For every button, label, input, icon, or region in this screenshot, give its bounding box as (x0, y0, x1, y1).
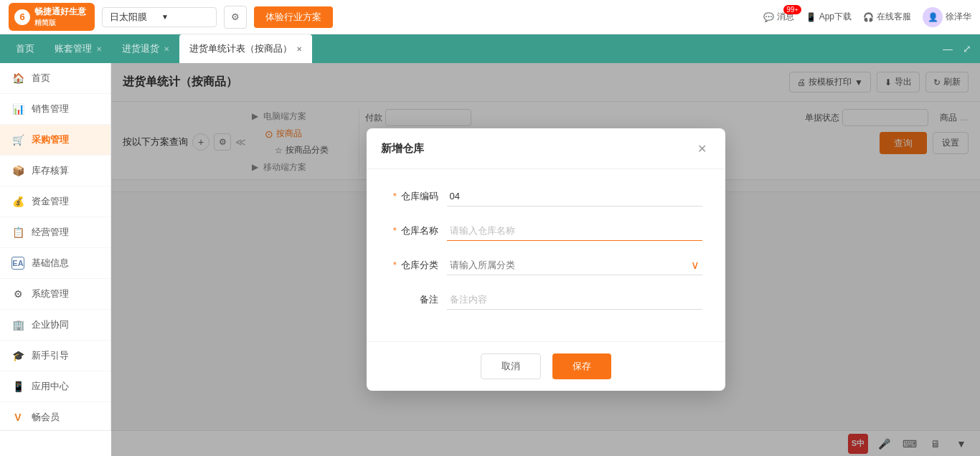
user-name: 徐泽华 (946, 11, 971, 23)
operations-icon: 📋 (11, 226, 24, 239)
chevron-down-icon: ▼ (161, 13, 209, 21)
logo: 6 畅捷通好生意 精简版 (9, 3, 95, 31)
home-icon: 🏠 (11, 72, 24, 85)
sidebar-item-guide[interactable]: 🎓 新手引导 (0, 341, 110, 371)
tab-minimize-icon[interactable]: — (940, 43, 956, 54)
main-layout: 🏠 首页 📊 销售管理 🛒 采购管理 📦 库存核算 💰 资金管理 📋 经营管理 … (0, 63, 980, 456)
system-icon: ⚙ (11, 288, 24, 300)
warehouse-code-row: * 仓库编码 (390, 186, 702, 206)
sidebar-label-purchase: 采购管理 (32, 133, 69, 146)
logo-text: 畅捷通好生意 精简版 (34, 6, 86, 28)
app-download-button[interactable]: 📱 App下载 (806, 11, 852, 23)
sidebar-label-finance: 资金管理 (32, 195, 69, 208)
sidebar-item-system[interactable]: ⚙ 系统管理 (0, 279, 110, 310)
tab-expand-icon[interactable]: ⤢ (960, 43, 974, 54)
save-button[interactable]: 保存 (552, 353, 611, 379)
headset-icon: 🎧 (863, 12, 874, 22)
sidebar-label-basic-info: 基础信息 (32, 257, 69, 270)
sidebar-label-apps: 应用中心 (32, 380, 69, 393)
tab-purchase-return[interactable]: 进货退货 ✕ (112, 34, 179, 63)
tab-purchase-return-close[interactable]: ✕ (164, 45, 169, 53)
tab-purchase-return-label: 进货退货 (122, 42, 159, 55)
warehouse-category-row: * 仓库分类 ∨ (390, 255, 702, 275)
message-badge: 99+ (783, 5, 801, 14)
sidebar: 🏠 首页 📊 销售管理 🛒 采购管理 📦 库存核算 💰 资金管理 📋 经营管理 … (0, 63, 111, 456)
required-star-code: * (393, 191, 397, 201)
sidebar-label-home: 首页 (32, 72, 50, 85)
sidebar-label-operations: 经营管理 (32, 226, 69, 239)
sales-icon: 📊 (11, 103, 24, 115)
sidebar-item-purchase[interactable]: 🛒 采购管理 (0, 125, 110, 156)
tab-purchase-stats[interactable]: 进货单统计表（按商品） ✕ (179, 34, 312, 63)
logo-icon: 6 (14, 9, 30, 25)
tab-bar: 首页 账套管理 ✕ 进货退货 ✕ 进货单统计表（按商品） ✕ — ⤢ (0, 34, 980, 63)
store-name: 日太阳膜 (110, 11, 157, 24)
tab-account-close[interactable]: ✕ (96, 45, 102, 53)
sidebar-item-sales[interactable]: 📊 销售管理 (0, 94, 110, 125)
sidebar-label-enterprise: 企业协同 (32, 318, 69, 331)
gear-button[interactable]: ⚙ (224, 6, 247, 29)
inventory-icon: 📦 (11, 164, 24, 177)
enterprise-icon: 🏢 (11, 318, 24, 331)
sidebar-item-operations[interactable]: 📋 经营管理 (0, 217, 110, 248)
modal-footer: 取消 保存 (367, 341, 725, 391)
sidebar-item-inventory[interactable]: 📦 库存核算 (0, 156, 110, 186)
sidebar-item-basic-info[interactable]: EA 基础信息 (0, 248, 110, 279)
tab-home-label: 首页 (16, 42, 34, 55)
warehouse-code-input[interactable] (447, 186, 702, 206)
sidebar-item-finance[interactable]: 💰 资金管理 (0, 186, 110, 217)
modal-body: * 仓库编码 * 仓库名称 (367, 169, 725, 341)
top-right-area: 💬 消息 99+ 📱 App下载 🎧 在线客服 👤 徐泽华 (763, 7, 971, 27)
sidebar-item-enterprise[interactable]: 🏢 企业协同 (0, 310, 110, 341)
sidebar-item-home[interactable]: 🏠 首页 (0, 63, 110, 94)
warehouse-name-input[interactable] (447, 221, 702, 241)
purchase-icon: 🛒 (11, 133, 24, 146)
trial-button[interactable]: 体验行业方案 (254, 6, 333, 28)
category-dropdown-arrow[interactable]: ∨ (691, 258, 699, 272)
sidebar-label-inventory: 库存核算 (32, 164, 69, 177)
tab-purchase-stats-label: 进货单统计表（按商品） (189, 42, 292, 55)
online-service-label: 在线客服 (877, 11, 911, 23)
gear-icon: ⚙ (231, 11, 240, 22)
logo-subtitle: 精简版 (34, 18, 86, 28)
basic-info-icon: EA (11, 257, 24, 270)
warehouse-category-input[interactable] (450, 260, 691, 270)
apps-icon: 📱 (11, 380, 24, 393)
sidebar-label-sales: 销售管理 (32, 103, 69, 115)
sidebar-label-system: 系统管理 (32, 288, 69, 300)
tab-purchase-stats-close[interactable]: ✕ (296, 45, 302, 53)
logo-title: 畅捷通好生意 (34, 6, 86, 18)
warehouse-category-select-row[interactable]: ∨ (447, 255, 702, 275)
sidebar-item-vip[interactable]: V 畅会员 (0, 402, 110, 433)
tab-account-label: 账套管理 (55, 42, 92, 55)
messages-button[interactable]: 💬 消息 99+ (763, 11, 794, 23)
required-star-category: * (393, 260, 397, 270)
finance-icon: 💰 (11, 195, 24, 208)
add-warehouse-modal: 新增仓库 ✕ * 仓库编码 (367, 128, 725, 391)
top-bar: 6 畅捷通好生意 精简版 日太阳膜 ▼ ⚙ 体验行业方案 💬 消息 99+ 📱 … (0, 0, 980, 34)
cancel-button[interactable]: 取消 (481, 353, 541, 379)
warehouse-note-label: 备注 (390, 293, 447, 306)
tab-bar-controls: — ⤢ (940, 43, 974, 54)
warehouse-name-row: * 仓库名称 (390, 221, 702, 241)
user-area[interactable]: 👤 徐泽华 (923, 7, 971, 27)
tab-home[interactable]: 首页 (6, 34, 44, 63)
guide-icon: 🎓 (11, 349, 24, 362)
warehouse-note-row: 备注 (390, 290, 702, 310)
sidebar-item-apps[interactable]: 📱 应用中心 (0, 371, 110, 402)
modal-header: 新增仓库 ✕ (367, 128, 725, 169)
store-selector[interactable]: 日太阳膜 ▼ (102, 7, 217, 27)
modal-overlay: 新增仓库 ✕ * 仓库编码 (111, 63, 980, 456)
modal-close-button[interactable]: ✕ (694, 140, 711, 157)
avatar: 👤 (923, 7, 943, 27)
online-service-button[interactable]: 🎧 在线客服 (863, 11, 911, 23)
tab-account[interactable]: 账套管理 ✕ (44, 34, 112, 63)
sidebar-label-vip: 畅会员 (32, 411, 60, 424)
warehouse-name-label: * 仓库名称 (390, 224, 447, 237)
warehouse-note-input[interactable] (447, 290, 702, 310)
content-area: 进货单统计（按商品） 🖨 按模板打印 ▼ ⬇ 导出 ↻ 刷新 (111, 63, 980, 456)
modal-title: 新增仓库 (381, 142, 424, 156)
sidebar-label-guide: 新手引导 (32, 349, 69, 362)
message-icon: 💬 (763, 12, 774, 22)
warehouse-category-label: * 仓库分类 (390, 259, 447, 272)
